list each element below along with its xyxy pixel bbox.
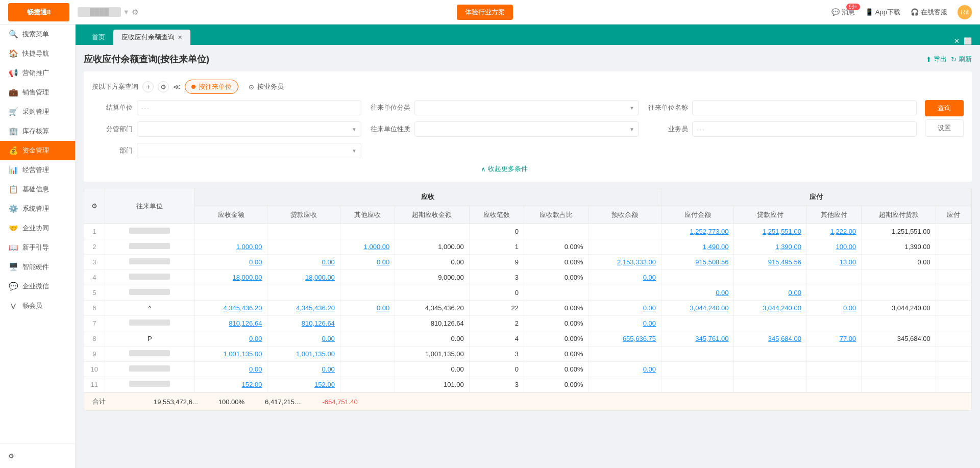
sidebar-item-member[interactable]: V畅会员 (0, 296, 75, 315)
filter-field-salesman: 业务员 ··· (647, 121, 917, 137)
settings-col-header: ⚙ (84, 188, 105, 224)
salesman-input[interactable]: ··· (692, 121, 917, 137)
sidebar-bottom-settings[interactable]: ⚙ (0, 448, 75, 464)
solution-button[interactable]: 体验行业方案 (457, 5, 513, 20)
settings-icon[interactable]: ⚙ (132, 8, 138, 17)
footer-ar-total: 19,553,472,6... (154, 398, 198, 406)
tab-ar-query[interactable]: 应收应付余额查询 ✕ (113, 30, 190, 45)
unitname-label: 往来单位名称 (647, 103, 688, 112)
filter-collapse-icon[interactable]: ≪ (173, 83, 181, 91)
ar-pct-header: 应收款占比 (524, 206, 589, 224)
sidebar-item-wechat[interactable]: 💬企业微信 (0, 277, 75, 296)
export-button[interactable]: ⬆ 导出 (926, 55, 947, 64)
collapse-up-icon: ∧ (481, 165, 486, 173)
tab-home[interactable]: 首页 (84, 30, 113, 45)
ar-count-header: 应收笔数 (469, 206, 524, 224)
sidebar-label-guide: 新手引导 (22, 243, 49, 252)
query-button[interactable]: 查询 (925, 100, 964, 116)
sidebar-label-wechat: 企业微信 (22, 282, 49, 291)
filter-field-nature: 往来单位性质 ▼ (370, 121, 639, 137)
filter-field-unitname: 往来单位名称 (647, 100, 917, 115)
table-row: 30.000.000.000.0090.00%2,153,333.00915,5… (84, 255, 971, 270)
topbar: 畅捷通8 ████ ▼ ⚙ 体验行业方案 💬 消息 99+ 📱 App下载 🎧 … (0, 0, 980, 24)
biz-dept-input[interactable]: ▼ (137, 143, 361, 158)
table-row: 101,252,773.001,251,551.001,222.001,251,… (84, 224, 971, 239)
avatar-img: Rit (958, 5, 972, 19)
tab-close-button[interactable]: ✕ (178, 34, 182, 41)
sidebar-item-purchase[interactable]: 🛒采购管理 (0, 102, 75, 121)
filter-row-1: 结算单位 ··· 往来单位分类 ▼ (92, 100, 917, 115)
table-row: 91,001,135.001,001,135.001,001,135.0030.… (84, 347, 971, 362)
sidebar-item-sales[interactable]: 💼销售管理 (0, 83, 75, 102)
maximize-icon[interactable]: ⬜ (964, 37, 972, 45)
ap-remain-header: 应付 (936, 206, 971, 224)
table-row: 7810,126.64810,126.64810,126.6420.00%0.0… (84, 316, 971, 331)
add-scheme-button[interactable]: ＋ (142, 81, 154, 92)
sidebar-item-quick-nav[interactable]: 🏠快捷导航 (0, 44, 75, 63)
sidebar-item-finance[interactable]: 💰资金管理 (0, 141, 75, 160)
sidebar-item-system[interactable]: ⚙️系统管理 (0, 199, 75, 218)
sidebar-item-search-menu[interactable]: 🔍搜索菜单 (0, 24, 75, 44)
ap-loan-header: 贷款应付 (734, 206, 806, 224)
unitname-input[interactable] (692, 100, 917, 115)
sidebar-label-inventory: 库存核算 (22, 127, 49, 136)
ar-loan-header: 贷款应收 (267, 206, 340, 224)
sidebar-item-collab[interactable]: 🤝企业协同 (0, 218, 75, 238)
sidebar-item-business[interactable]: 📊经营管理 (0, 160, 75, 180)
scheme-settings-button[interactable]: ⚙ (158, 81, 169, 92)
wechat-icon: 💬 (8, 282, 18, 291)
ar-amt-header: 应收金额 (194, 206, 267, 224)
ap-overdue-header: 超期应付货款 (862, 206, 936, 224)
sidebar-item-basic[interactable]: 📋基础信息 (0, 180, 75, 199)
collab-icon: 🤝 (8, 224, 18, 233)
sidebar-label-hardware: 智能硬件 (22, 262, 49, 272)
inventory-icon: 🏢 (8, 127, 18, 136)
sidebar-label-member: 畅会员 (22, 301, 42, 310)
export-icon: ⬆ (926, 56, 932, 63)
page-title: 应收应付余额查询(按往来单位) (84, 53, 209, 65)
settlement-input[interactable]: ··· (137, 100, 361, 115)
option-dot-icon (191, 85, 195, 89)
sidebar-item-marketing[interactable]: 📢营销推广 (0, 63, 75, 83)
nature-label: 往来单位性质 (370, 125, 410, 134)
footer-ap-total: 6,417,215.... (265, 398, 302, 406)
sidebar-label-system: 系统管理 (22, 204, 49, 213)
category-input[interactable]: ▼ (414, 100, 639, 115)
close-window-icon[interactable]: ✕ (954, 37, 960, 45)
quick-nav-icon: 🏠 (8, 49, 18, 58)
sidebar-item-guide[interactable]: 📖新手引导 (0, 238, 75, 257)
filter-field-biz-dept: 部门 ▼ (92, 143, 361, 158)
sidebar-label-marketing: 营销推广 (22, 68, 49, 78)
tab-ar-label: 应收应付余额查询 (121, 33, 175, 42)
filter-field-settlement: 结算单位 ··· (92, 100, 361, 115)
filter-by-salesman[interactable]: ⊙ 按业务员 (242, 80, 290, 93)
filter-form: 结算单位 ··· 往来单位分类 ▼ (92, 100, 964, 174)
page-header: 应收应付余额查询(按往来单位) ⬆ 导出 ↻ 刷新 (84, 53, 972, 65)
dropdown-arrow-icon: ▼ (629, 105, 634, 111)
biz-dept-label: 部门 (92, 146, 133, 155)
download-icon: 📱 (865, 8, 873, 16)
tab-home-label: 首页 (92, 33, 105, 42)
service-button[interactable]: 🎧 在线客服 (911, 8, 947, 17)
unit-col-header: 往来单位 (105, 188, 194, 224)
nature-input[interactable]: ▼ (414, 121, 639, 137)
topbar-center: 体验行业方案 (138, 5, 831, 20)
table-scroll[interactable]: ⚙ 往来单位 应收 应付 应收金额 贷款应收 其他应收 超期应收金额 应收笔数 (84, 188, 971, 392)
messages-button[interactable]: 💬 消息 99+ (831, 8, 855, 17)
refresh-button[interactable]: ↻ 刷新 (951, 55, 972, 64)
set-button[interactable]: 设置 (925, 119, 964, 137)
table-row: 500.000.00 (84, 285, 971, 301)
sidebar-item-inventory[interactable]: 🏢库存核算 (0, 121, 75, 141)
sidebar-item-hardware[interactable]: 🖥️智能硬件 (0, 257, 75, 277)
dept-input[interactable]: ▼ (137, 121, 361, 137)
sidebar-label-basic: 基础信息 (22, 185, 49, 194)
filter-by-unit[interactable]: 按往来单位 (185, 80, 238, 94)
business-icon: 📊 (8, 165, 18, 175)
logo-text: 畅捷通8 (27, 8, 51, 17)
download-button[interactable]: 📱 App下载 (865, 8, 900, 17)
marketing-icon: 📢 (8, 68, 18, 78)
results-table: ⚙ 往来单位 应收 应付 应收金额 贷款应收 其他应收 超期应收金额 应收笔数 (84, 188, 971, 392)
filter-collapse-button[interactable]: ∧ 收起更多条件 (92, 164, 917, 174)
data-table: ⚙ 往来单位 应收 应付 应收金额 贷款应收 其他应收 超期应收金额 应收笔数 (84, 188, 972, 411)
user-avatar[interactable]: Rit (958, 5, 972, 19)
